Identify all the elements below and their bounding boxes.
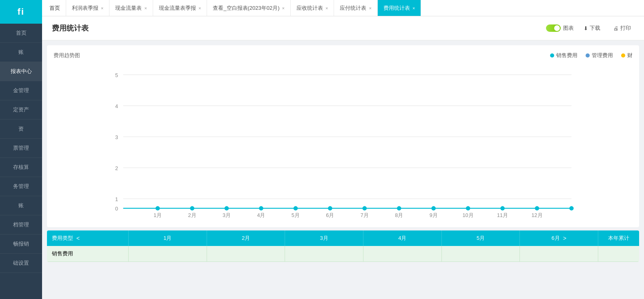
expense-table: 费用类型 < 1月 2月 3月 4月 5月 6月 > 本年累计 销售费用: [47, 230, 639, 262]
tab-profit-quarterly[interactable]: 利润表季报 ×: [66, 0, 109, 16]
legend-label-sales: 销售费用: [556, 52, 577, 59]
sidebar-item-settings[interactable]: 础设置: [0, 254, 42, 273]
sidebar-item-inventory[interactable]: 存核算: [0, 158, 42, 177]
page-title: 费用统计表: [52, 23, 89, 33]
sidebar-item-assets[interactable]: 定资产: [0, 100, 42, 120]
chart-legend: 销售费用 管理费用 财: [550, 52, 633, 59]
svg-point-17: [328, 206, 332, 210]
tab-receivable[interactable]: 应收统计表 ×: [291, 0, 334, 16]
sidebar-logo: fi: [0, 0, 42, 24]
legend-dot-sales: [550, 53, 554, 58]
nav-next-arrow[interactable]: >: [563, 235, 566, 241]
td-m5: [442, 246, 520, 261]
th-month-5: 5月: [442, 230, 520, 246]
svg-text:1月: 1月: [154, 213, 162, 218]
svg-text:2: 2: [115, 166, 118, 171]
close-tab-payable[interactable]: ×: [369, 6, 371, 11]
svg-point-19: [397, 206, 401, 210]
th-month-1: 1月: [129, 230, 207, 246]
svg-text:1: 1: [115, 197, 118, 202]
page-header: 费用统计表 图表 ⬇ 下载 🖨 打印: [42, 16, 644, 40]
th-ytd: 本年累计: [598, 230, 639, 246]
sidebar-item-resource[interactable]: 资: [0, 120, 42, 139]
sidebar-item-ledger[interactable]: 账: [0, 43, 42, 62]
th-month-6: 6月 >: [520, 230, 598, 246]
print-icon: 🖨: [613, 25, 619, 31]
svg-text:2月: 2月: [188, 213, 196, 218]
close-tab-expense-stats[interactable]: ×: [412, 6, 415, 11]
sidebar-item-home[interactable]: 首页: [0, 24, 42, 43]
legend-dot-finance: [621, 53, 625, 58]
legend-admin: 管理费用: [586, 52, 613, 59]
svg-point-15: [259, 206, 263, 210]
tab-payable[interactable]: 应付统计表 ×: [334, 0, 377, 16]
th-month-3: 3月: [285, 230, 363, 246]
svg-text:9月: 9月: [430, 213, 438, 218]
sidebar-item-accounts[interactable]: 账: [0, 196, 42, 215]
chart-title: 费用趋势图: [53, 52, 80, 59]
tab-blank-report[interactable]: 查看_空白报表(2023年02月) ×: [207, 0, 291, 16]
toggle-label: 图表: [563, 24, 574, 32]
table-header: 费用类型 < 1月 2月 3月 4月 5月 6月 > 本年累计: [47, 230, 639, 246]
chart-header: 费用趋势图 销售费用 管理费用 财: [53, 52, 633, 59]
download-button[interactable]: ⬇ 下载: [580, 23, 604, 33]
sidebar: fi 首页 账 报表中心 金管理 定资产 资 票管理 存核算 务管理 账 档管理…: [0, 0, 42, 299]
sidebar-item-expenses[interactable]: 畅报销: [0, 235, 42, 254]
chart-section: 费用趋势图 销售费用 管理费用 财: [47, 45, 639, 227]
svg-text:10月: 10月: [463, 213, 474, 218]
sidebar-item-funds[interactable]: 金管理: [0, 81, 42, 100]
close-tab-receivable[interactable]: ×: [325, 6, 328, 11]
legend-sales: 销售费用: [550, 52, 577, 59]
th-month-2: 2月: [207, 230, 285, 246]
legend-label-admin: 管理费用: [592, 52, 613, 59]
print-button[interactable]: 🖨 打印: [610, 23, 634, 33]
chart-area: 5 4 3 2 1 0: [53, 64, 633, 219]
tab-cashflow[interactable]: 现金流量表 ×: [109, 0, 153, 16]
table-row: 销售费用: [47, 246, 639, 262]
legend-finance: 财: [621, 52, 633, 59]
tab-bar: 首页 利润表季报 × 现金流量表 × 现金流量表季报 × 查看_空白报表(202…: [42, 0, 644, 16]
td-m1: [129, 246, 207, 261]
content-area: 费用统计表 图表 ⬇ 下载 🖨 打印 费用趋势图: [42, 16, 644, 299]
header-actions: 图表 ⬇ 下载 🖨 打印: [546, 23, 634, 33]
legend-dot-admin: [586, 53, 590, 58]
svg-point-14: [225, 206, 229, 210]
svg-point-12: [156, 206, 160, 210]
svg-text:8月: 8月: [395, 213, 403, 218]
td-m3: [285, 246, 363, 261]
close-tab-cashflow-quarterly[interactable]: ×: [198, 6, 201, 11]
tab-home[interactable]: 首页: [44, 0, 66, 16]
close-tab-profit-quarterly[interactable]: ×: [101, 6, 103, 11]
tab-expense-stats[interactable]: 费用统计表 ×: [378, 0, 421, 16]
chart-toggle[interactable]: [546, 24, 561, 32]
svg-text:6月: 6月: [326, 213, 334, 218]
th-expense-type: 费用类型 <: [47, 230, 129, 246]
nav-prev-arrow[interactable]: <: [76, 235, 80, 241]
td-m6: [520, 246, 598, 261]
td-m4: [363, 246, 442, 261]
tab-cashflow-quarterly[interactable]: 现金流量表季报 ×: [153, 0, 207, 16]
svg-point-21: [466, 206, 470, 210]
sidebar-item-archives[interactable]: 档管理: [0, 215, 42, 235]
svg-text:4: 4: [115, 104, 118, 109]
sidebar-item-services[interactable]: 务管理: [0, 177, 42, 196]
svg-point-18: [363, 206, 367, 210]
chart-toggle-wrap: 图表: [546, 24, 574, 32]
svg-text:3月: 3月: [223, 213, 231, 218]
svg-text:0: 0: [115, 206, 118, 212]
td-m2: [207, 246, 285, 261]
svg-point-22: [500, 206, 505, 210]
svg-point-23: [535, 206, 539, 210]
svg-text:3: 3: [115, 135, 118, 140]
svg-text:4月: 4月: [257, 213, 265, 218]
close-tab-cashflow[interactable]: ×: [144, 6, 147, 11]
download-icon: ⬇: [584, 25, 588, 31]
main-area: 首页 利润表季报 × 现金流量表 × 现金流量表季报 × 查看_空白报表(202…: [42, 0, 644, 299]
sidebar-item-reports[interactable]: 报表中心: [0, 62, 42, 81]
svg-text:12月: 12月: [531, 213, 542, 218]
svg-text:5月: 5月: [292, 213, 300, 218]
svg-point-24: [569, 206, 574, 210]
sidebar-item-invoices[interactable]: 票管理: [0, 139, 42, 158]
close-tab-blank-report[interactable]: ×: [282, 6, 285, 11]
svg-point-20: [431, 206, 436, 210]
